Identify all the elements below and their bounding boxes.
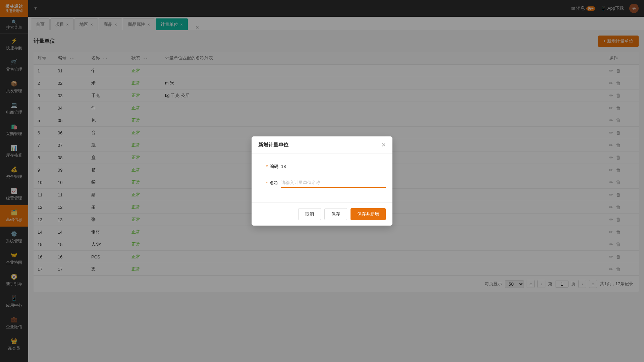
modal-body: * 编码 * 名称	[252, 154, 392, 202]
code-label: * 编码	[258, 164, 278, 170]
modal-close-button[interactable]: ✕	[381, 142, 386, 148]
save-new-button[interactable]: 保存并新增	[351, 208, 386, 220]
modal-title: 新增计量单位	[258, 142, 288, 148]
cancel-button[interactable]: 取消	[298, 208, 321, 220]
save-button[interactable]: 保存	[324, 208, 347, 220]
required-star: *	[266, 164, 268, 169]
name-label: * 名称	[258, 180, 278, 186]
add-unit-modal: 新增计量单位 ✕ * 编码 * 名称 取消 保存 保存并新增	[252, 136, 392, 226]
modal-overlay: 新增计量单位 ✕ * 编码 * 名称 取消 保存 保存并新增	[0, 0, 644, 362]
modal-footer: 取消 保存 保存并新增	[252, 202, 392, 226]
code-input[interactable]	[281, 162, 386, 171]
modal-header: 新增计量单位 ✕	[252, 136, 392, 154]
form-row-code: * 编码	[258, 162, 386, 171]
required-star-name: *	[266, 180, 268, 185]
unit-name-input[interactable]	[281, 178, 386, 188]
form-row-name: * 名称	[258, 178, 386, 188]
